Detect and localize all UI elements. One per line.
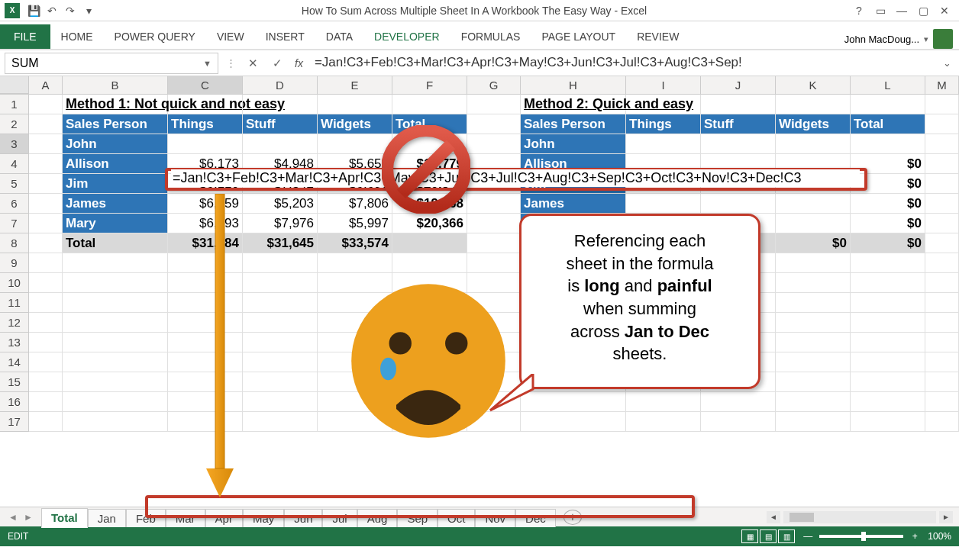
cell[interactable]: $0 — [851, 214, 925, 233]
formula-bar-input[interactable]: =Jan!C3+Feb!C3+Mar!C3+Apr!C3+May!C3+Jun!… — [311, 53, 935, 74]
tab-formulas[interactable]: FORMULAS — [450, 24, 531, 49]
cell[interactable]: $31,645 — [243, 233, 318, 253]
select-all-corner[interactable] — [0, 76, 29, 94]
m2-h-total[interactable]: Total — [851, 114, 925, 134]
redo-icon[interactable]: ↷ — [63, 3, 78, 18]
tab-developer[interactable]: DEVELOPER — [363, 24, 450, 49]
fx-icon[interactable]: fx — [292, 57, 306, 69]
tab-data[interactable]: DATA — [315, 24, 363, 49]
m1-allison[interactable]: Allison — [63, 154, 168, 174]
save-icon[interactable]: 💾 — [26, 3, 41, 18]
zoom-in-icon[interactable]: + — [909, 531, 920, 542]
row-header-3[interactable]: 3 — [0, 134, 29, 154]
m1-jim[interactable]: Jim — [63, 174, 168, 194]
cell[interactable]: $0 — [851, 174, 925, 194]
help-icon[interactable]: ? — [849, 3, 869, 18]
qat-customize-icon[interactable]: ▾ — [81, 3, 96, 18]
col-header-k[interactable]: K — [776, 76, 851, 94]
sheet-nav-prev-icon[interactable]: ◄ — [6, 510, 20, 524]
cell[interactable] — [392, 233, 467, 253]
m1-h-sales[interactable]: Sales Person — [63, 114, 168, 134]
cell[interactable]: $7,976 — [243, 214, 318, 233]
name-box-dropdown-icon[interactable]: ▼ — [203, 59, 211, 68]
m2-h-stuff[interactable]: Stuff — [701, 114, 776, 134]
m2-h-widgets[interactable]: Widgets — [776, 114, 851, 134]
col-header-f[interactable]: F — [392, 76, 467, 94]
user-area[interactable]: John MacDoug... ▾ — [844, 29, 959, 49]
col-header-m[interactable]: M — [925, 76, 959, 94]
cancel-formula-icon[interactable]: ✕ — [243, 54, 263, 72]
horizontal-scrollbar[interactable] — [783, 511, 936, 523]
sheet-tab-total[interactable]: Total — [41, 508, 88, 528]
expand-formula-bar-icon[interactable]: ⌄ — [939, 57, 954, 69]
cell[interactable]: $5,203 — [243, 194, 318, 214]
user-avatar[interactable] — [933, 29, 953, 49]
row-header-8[interactable]: 8 — [0, 233, 29, 253]
sheet-tab-nov[interactable]: Nov — [475, 509, 515, 527]
m2-john[interactable]: John — [521, 134, 626, 154]
minimize-icon[interactable]: — — [892, 3, 912, 18]
tab-home[interactable]: HOME — [50, 24, 104, 49]
tab-view[interactable]: VIEW — [206, 24, 255, 49]
m2-h-things[interactable]: Things — [626, 114, 701, 134]
ribbon-display-icon[interactable]: ▭ — [870, 3, 890, 18]
col-header-i[interactable]: I — [626, 76, 701, 94]
sheet-tab-dec[interactable]: Dec — [515, 509, 556, 527]
sheet-tab-mar[interactable]: Mar — [166, 509, 205, 527]
col-header-a[interactable]: A — [29, 76, 63, 94]
col-header-h[interactable]: H — [521, 76, 626, 94]
name-box[interactable]: SUM ▼ — [5, 53, 218, 74]
normal-view-icon[interactable]: ▦ — [741, 529, 758, 543]
m2-james[interactable]: James — [521, 194, 626, 214]
col-header-b[interactable]: B — [63, 76, 168, 94]
zoom-level[interactable]: 100% — [928, 531, 951, 542]
row-header-7[interactable]: 7 — [0, 214, 29, 233]
m1-total-label[interactable]: Total — [63, 233, 168, 253]
method1-title[interactable]: Method 1: Not quick and not easy — [63, 95, 168, 114]
row-header-5[interactable]: 5 — [0, 174, 29, 194]
zoom-slider[interactable] — [819, 535, 903, 538]
hscroll-right-icon[interactable]: ► — [939, 511, 953, 523]
col-header-l[interactable]: L — [851, 76, 925, 94]
col-header-g[interactable]: G — [467, 76, 521, 94]
m1-h-things[interactable]: Things — [168, 114, 243, 134]
new-sheet-icon[interactable]: + — [563, 510, 582, 525]
row-header-4[interactable]: 4 — [0, 154, 29, 174]
cell-c3-active[interactable] — [168, 134, 243, 154]
page-break-view-icon[interactable]: ▥ — [778, 529, 795, 543]
col-header-d[interactable]: D — [243, 76, 318, 94]
col-header-c[interactable]: C — [168, 76, 243, 94]
cell[interactable]: $20,366 — [392, 214, 467, 233]
tab-page-layout[interactable]: PAGE LAYOUT — [531, 24, 626, 49]
col-header-j[interactable]: J — [701, 76, 776, 94]
m1-mary[interactable]: Mary — [63, 214, 168, 233]
sheet-tab-jan[interactable]: Jan — [88, 509, 126, 527]
sheet-tab-sep[interactable]: Sep — [397, 509, 438, 527]
row-header-6[interactable]: 6 — [0, 194, 29, 214]
enter-formula-icon[interactable]: ✓ — [267, 54, 287, 72]
sheet-tab-jun[interactable]: Jun — [284, 509, 322, 527]
cell[interactable]: $0 — [851, 233, 925, 253]
cell[interactable]: $33,574 — [318, 233, 392, 253]
hscroll-left-icon[interactable]: ◄ — [767, 511, 780, 523]
file-tab[interactable]: FILE — [0, 24, 50, 49]
cell[interactable]: $0 — [776, 233, 851, 253]
m2-h-sales[interactable]: Sales Person — [521, 114, 626, 134]
sheet-tab-oct[interactable]: Oct — [438, 509, 475, 527]
row-header-2[interactable]: 2 — [0, 114, 29, 134]
close-icon[interactable]: ✕ — [935, 3, 954, 18]
sheet-nav-next-icon[interactable]: ► — [21, 510, 35, 524]
cell[interactable]: $0 — [851, 194, 925, 214]
tab-power-query[interactable]: POWER QUERY — [104, 24, 206, 49]
m1-james[interactable]: James — [63, 194, 168, 214]
tab-review[interactable]: REVIEW — [626, 24, 689, 49]
sheet-tab-aug[interactable]: Aug — [357, 509, 398, 527]
maximize-icon[interactable]: ▢ — [913, 3, 933, 18]
zoom-out-icon[interactable]: — — [802, 531, 813, 542]
cell[interactable]: $0 — [851, 154, 925, 174]
page-layout-view-icon[interactable]: ▤ — [760, 529, 777, 543]
tab-insert[interactable]: INSERT — [255, 24, 315, 49]
undo-icon[interactable]: ↶ — [44, 3, 60, 18]
sheet-tab-apr[interactable]: Apr — [205, 509, 243, 527]
m1-john[interactable]: John — [63, 134, 168, 154]
